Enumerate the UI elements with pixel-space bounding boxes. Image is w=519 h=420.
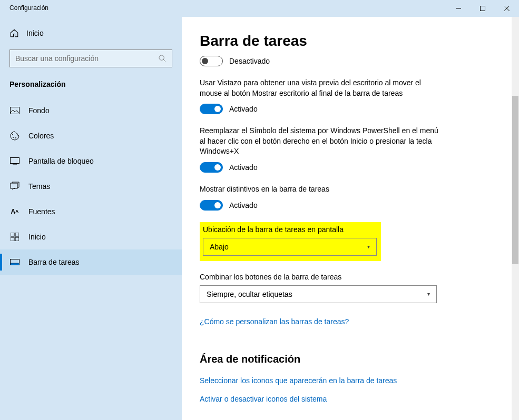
search-input[interactable] (9, 49, 172, 67)
page-title: Barra de tareas (200, 33, 495, 49)
svg-point-4 (159, 55, 164, 60)
chevron-down-icon: ▾ (427, 291, 430, 297)
highlighted-location-block: Ubicación de la barra de tareas en panta… (200, 222, 381, 261)
sidebar-item-pantalla-bloqueo[interactable]: Pantalla de bloqueo (0, 148, 182, 174)
minimize-button[interactable] (446, 0, 471, 17)
sidebar-item-fuentes[interactable]: AA Fuentes (0, 199, 182, 224)
svg-rect-1 (481, 6, 485, 11)
window-title: Configuración (9, 4, 48, 12)
close-button[interactable] (495, 0, 519, 17)
toggle-unknown-off[interactable] (200, 56, 223, 66)
svg-line-5 (163, 59, 165, 62)
scroll-thumb[interactable] (512, 96, 518, 264)
peek-description: Usar Vistazo para obtener una vista prev… (200, 78, 442, 98)
lockscreen-icon (9, 156, 20, 166)
svg-rect-6 (11, 107, 19, 114)
location-label: Ubicación de la barra de tareas en panta… (203, 225, 377, 234)
svg-rect-16 (15, 237, 19, 241)
sidebar-item-label: Temas (28, 182, 50, 191)
palette-icon (9, 131, 20, 141)
svg-rect-18 (11, 263, 19, 265)
toggle-badges[interactable] (200, 200, 223, 211)
location-select[interactable]: Abajo ▾ (203, 238, 377, 256)
sidebar-item-barra-tareas[interactable]: Barra de tareas (0, 249, 182, 275)
start-icon (9, 232, 20, 242)
maximize-button[interactable] (471, 0, 495, 17)
titlebar: Configuración (0, 0, 519, 17)
sidebar-item-label: Inicio (28, 233, 46, 241)
sidebar-item-fondo[interactable]: Fondo (0, 98, 182, 123)
fonts-icon: AA (9, 206, 20, 217)
home-icon (9, 28, 19, 38)
select-icons-link[interactable]: Seleccionar los iconos que aparecerán en… (200, 376, 397, 385)
select-value: Siempre, ocultar etiquetas (207, 290, 292, 298)
toggle-state-label: Desactivado (229, 57, 270, 65)
toggle-state-label: Activado (229, 105, 258, 113)
badges-description: Mostrar distintivos en la barra de tarea… (200, 184, 442, 195)
category-heading: Personalización (0, 74, 182, 98)
toggle-peek[interactable] (200, 104, 223, 114)
sidebar-item-label: Barra de tareas (28, 258, 80, 266)
svg-rect-11 (13, 164, 17, 165)
home-label: Inicio (26, 29, 44, 37)
help-link[interactable]: ¿Cómo se personalizan las barras de tare… (200, 317, 349, 326)
sidebar-item-temas[interactable]: Temas (0, 174, 182, 199)
chevron-down-icon: ▾ (367, 244, 370, 249)
themes-icon (9, 181, 20, 192)
system-icons-link[interactable]: Activar o desactivar iconos del sistema (200, 395, 327, 403)
combine-label: Combinar los botones de la barra de tare… (200, 273, 495, 281)
svg-rect-10 (11, 158, 19, 164)
sidebar-item-label: Colores (28, 132, 54, 140)
sidebar-item-inicio[interactable]: Inicio (0, 224, 182, 249)
sidebar-item-label: Fondo (28, 106, 50, 115)
svg-rect-13 (11, 233, 14, 236)
sidebar: Inicio Personalización Fondo Colores Pan… (0, 17, 182, 420)
notification-area-heading: Área de notificación (200, 353, 495, 365)
svg-point-7 (12, 134, 13, 135)
sidebar-item-label: Pantalla de bloqueo (28, 157, 94, 165)
toggle-state-label: Activado (229, 163, 258, 172)
sidebar-item-colores[interactable]: Colores (0, 123, 182, 148)
toggle-powershell[interactable] (200, 162, 223, 173)
svg-rect-15 (11, 237, 14, 241)
svg-point-8 (13, 137, 14, 138)
search-field[interactable] (15, 54, 158, 63)
taskbar-icon (9, 257, 20, 267)
scrollbar[interactable] (512, 17, 519, 420)
picture-icon (9, 105, 20, 116)
svg-rect-12 (11, 183, 17, 188)
svg-rect-14 (15, 233, 19, 236)
home-link[interactable]: Inicio (0, 22, 182, 44)
powershell-description: Reemplazar el Símbolo del sistema por Wi… (200, 126, 442, 157)
combine-select[interactable]: Siempre, ocultar etiquetas ▾ (200, 285, 437, 303)
sidebar-item-label: Fuentes (28, 207, 55, 216)
toggle-state-label: Activado (229, 201, 258, 209)
content-pane: Barra de tareas Desactivado Usar Vistazo… (182, 17, 519, 420)
select-value: Abajo (210, 243, 229, 251)
search-icon (158, 54, 167, 63)
svg-point-9 (15, 137, 16, 138)
